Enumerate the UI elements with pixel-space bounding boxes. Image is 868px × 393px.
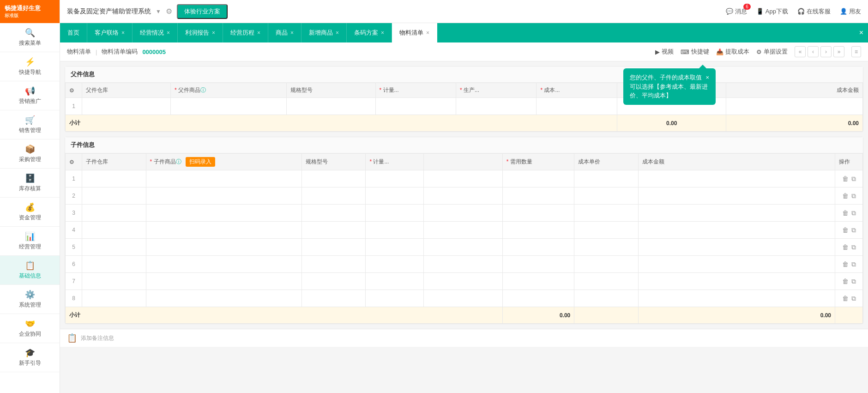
child-spec-7[interactable] xyxy=(301,273,366,290)
child-spec-2[interactable] xyxy=(301,187,366,205)
parent-produce-cell[interactable] xyxy=(456,98,536,115)
child-warehouse-4[interactable] xyxy=(82,222,146,239)
tab-history-close[interactable]: × xyxy=(257,30,260,36)
child-spec-6[interactable] xyxy=(301,256,366,273)
child-quantity-8[interactable] xyxy=(502,290,574,307)
child-quantity-4[interactable] xyxy=(502,222,574,239)
child-goods-2[interactable] xyxy=(146,187,301,205)
child-goods-1[interactable] xyxy=(146,170,301,187)
last-page-button[interactable]: » xyxy=(833,46,844,57)
child-goods-7[interactable] xyxy=(146,273,301,290)
parent-goods-cell[interactable] xyxy=(171,98,287,115)
tab-bom-close[interactable]: × xyxy=(426,30,429,36)
child-spec-8[interactable] xyxy=(301,290,366,307)
copy-row-6-icon[interactable]: ⧉ xyxy=(851,260,856,268)
delete-row-4-icon[interactable]: 🗑 xyxy=(842,226,849,234)
child-unit-cost-2[interactable] xyxy=(574,187,639,205)
child-unit-cost-4[interactable] xyxy=(574,222,639,239)
child-quantity-3[interactable] xyxy=(502,205,574,222)
child-unit-cost-7[interactable] xyxy=(574,273,639,290)
child-unit-cost-1[interactable] xyxy=(574,170,639,187)
tab-barcode-close[interactable]: × xyxy=(381,30,384,36)
child-warehouse-6[interactable] xyxy=(82,256,146,273)
tab-profit[interactable]: 利润报告 × xyxy=(178,23,223,42)
parent-warehouse-cell[interactable] xyxy=(82,98,171,115)
child-warehouse-1[interactable] xyxy=(82,170,146,187)
sidebar-item-system[interactable]: ⚙️ 系统管理 xyxy=(0,285,60,314)
copy-row-4-icon[interactable]: ⧉ xyxy=(851,226,856,234)
next-page-button[interactable]: › xyxy=(820,46,832,57)
child-quantity-1[interactable] xyxy=(502,170,574,187)
single-settings-button[interactable]: ⚙ 单据设置 xyxy=(756,48,788,56)
copy-row-7-icon[interactable]: ⧉ xyxy=(851,278,856,285)
shortcut-button[interactable]: ⌨ 快捷键 xyxy=(681,48,709,56)
trial-button[interactable]: 体验行业方案 xyxy=(177,4,228,19)
child-warehouse-2[interactable] xyxy=(82,187,146,205)
parent-goods-info-icon[interactable]: ⓘ xyxy=(200,87,206,93)
tooltip-close-button[interactable]: × xyxy=(705,73,709,82)
child-warehouse-8[interactable] xyxy=(82,290,146,307)
message-button[interactable]: 💬 消息 6 xyxy=(726,7,747,16)
sidebar-item-finance[interactable]: 💰 资金管理 xyxy=(0,198,60,227)
child-goods-4[interactable] xyxy=(146,222,301,239)
child-unit-2[interactable] xyxy=(366,187,424,205)
add-note-text[interactable]: 添加备注信息 xyxy=(81,334,114,342)
parent-col-settings[interactable]: ⚙ xyxy=(66,83,82,98)
sidebar-item-search[interactable]: 🔍 搜索菜单 xyxy=(0,23,60,52)
delete-row-6-icon[interactable]: 🗑 xyxy=(842,260,849,268)
child-quantity-6[interactable] xyxy=(502,256,574,273)
copy-row-3-icon[interactable]: ⧉ xyxy=(851,209,856,217)
close-all-tabs-button[interactable]: × xyxy=(855,29,868,37)
parent-cost-cell[interactable] xyxy=(536,98,617,115)
child-spec-3[interactable] xyxy=(301,205,366,222)
tab-goods[interactable]: 商品 × xyxy=(268,23,301,42)
sidebar-item-collab[interactable]: 🤝 企业协同 xyxy=(0,314,60,343)
breadcrumb-bom[interactable]: 物料清单 xyxy=(67,48,91,56)
sidebar-item-basic[interactable]: 📋 基础信息 xyxy=(0,256,60,285)
tab-operation-status-close[interactable]: × xyxy=(167,30,170,36)
child-goods-5[interactable] xyxy=(146,239,301,256)
child-quantity-7[interactable] xyxy=(502,273,574,290)
child-unit-3[interactable] xyxy=(366,205,424,222)
child-unit-cost-3[interactable] xyxy=(574,205,639,222)
sidebar-item-operation[interactable]: 📊 经营管理 xyxy=(0,227,60,256)
gear-icon[interactable]: ⚙ xyxy=(166,7,172,16)
scan-input-button[interactable]: 扫码录入 xyxy=(186,157,215,167)
first-page-button[interactable]: « xyxy=(795,46,806,57)
child-goods-6[interactable] xyxy=(146,256,301,273)
sidebar-item-sales[interactable]: 🛒 销售管理 xyxy=(0,110,60,139)
online-service-button[interactable]: 🎧 在线客服 xyxy=(797,7,831,16)
child-quantity-5[interactable] xyxy=(502,239,574,256)
prev-page-button[interactable]: ‹ xyxy=(808,46,819,57)
delete-row-3-icon[interactable]: 🗑 xyxy=(842,209,849,217)
child-warehouse-3[interactable] xyxy=(82,205,146,222)
tab-profit-close[interactable]: × xyxy=(212,30,215,36)
user-button[interactable]: 👤 用友 xyxy=(840,7,861,16)
app-download-button[interactable]: 📱 App下载 xyxy=(756,7,788,16)
tab-bom[interactable]: 物料清单 × xyxy=(392,23,437,42)
tab-history[interactable]: 经营历程 × xyxy=(223,23,268,42)
delete-row-7-icon[interactable]: 🗑 xyxy=(842,278,849,285)
child-spec-1[interactable] xyxy=(301,170,366,187)
delete-row-5-icon[interactable]: 🗑 xyxy=(842,243,849,251)
parent-spec-cell[interactable] xyxy=(287,98,375,115)
child-unit-cost-6[interactable] xyxy=(574,256,639,273)
child-spec-5[interactable] xyxy=(301,239,366,256)
child-unit-5[interactable] xyxy=(366,239,424,256)
extract-cost-button[interactable]: 📥 提取成本 xyxy=(716,48,749,56)
child-unit-cost-8[interactable] xyxy=(574,290,639,307)
tab-goods-close[interactable]: × xyxy=(290,30,294,36)
view-video-button[interactable]: ▶ 视频 xyxy=(655,48,674,56)
sidebar-item-inventory[interactable]: 🗄️ 库存核算 xyxy=(0,169,60,198)
tab-customers-close[interactable]: × xyxy=(121,30,125,36)
tab-customers[interactable]: 客户联络 × xyxy=(87,23,133,42)
tab-barcode[interactable]: 条码方案 × xyxy=(347,23,392,42)
sidebar-item-marketing[interactable]: 📢 营销推广 xyxy=(0,81,60,110)
child-unit-8[interactable] xyxy=(366,290,424,307)
child-col-settings[interactable]: ⚙ xyxy=(66,154,82,170)
child-unit-4[interactable] xyxy=(366,222,424,239)
copy-row-8-icon[interactable]: ⧉ xyxy=(851,295,856,302)
child-unit-cost-5[interactable] xyxy=(574,239,639,256)
delete-row-1-icon[interactable]: 🗑 xyxy=(842,175,849,182)
parent-unit-cell[interactable] xyxy=(375,98,456,115)
